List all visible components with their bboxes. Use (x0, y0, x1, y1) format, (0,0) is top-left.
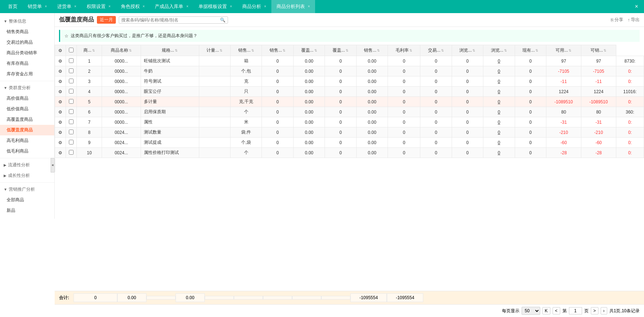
search-input[interactable] (121, 17, 219, 23)
row-browse1-8[interactable]: 0 (483, 138, 515, 148)
sidebar-section-overall[interactable]: ▼ 整体信息 (0, 16, 54, 27)
sidebar-item-high-value[interactable]: 高价值商品 (0, 93, 54, 104)
row-browse1-6[interactable]: 0 (483, 117, 515, 127)
sidebar-item-sales-goods[interactable]: 销售类商品 (0, 27, 54, 37)
row-sales3-3: 0 (388, 87, 420, 97)
export-button[interactable]: ↑ 导出 (628, 17, 640, 23)
row-browse1-7[interactable]: 0 (483, 127, 515, 138)
row-browse1-9[interactable]: 0 (483, 148, 515, 158)
col-checkbox[interactable] (66, 45, 77, 56)
row-checkbox-8[interactable] (66, 138, 77, 148)
col-spec[interactable]: 规格...⇅ (141, 45, 199, 56)
sidebar-item-traded-goods[interactable]: 交易过的商品 (0, 37, 54, 48)
nav-template[interactable]: 单据模板设置 × (193, 0, 237, 13)
col-sales3[interactable]: 销售...⇅ (356, 45, 388, 56)
nav-permission[interactable]: 权限设置 × (82, 0, 116, 13)
col-code[interactable]: 商...⇅ (77, 45, 102, 56)
last-page-button[interactable]: › (601, 307, 607, 314)
sidebar-section-cluster[interactable]: ▼ 类群度分析 (0, 83, 54, 93)
row-checkbox-6[interactable] (66, 117, 77, 127)
nav-role[interactable]: 角色授权 × (116, 0, 150, 13)
col-name[interactable]: 商品名称⇅ (102, 45, 141, 56)
col-cover2[interactable]: 覆盖...⇅ (325, 45, 356, 56)
sidebar-item-in-stock[interactable]: 有库存商品 (0, 58, 54, 69)
row-name-0: 旺铺批次测试 (141, 56, 199, 66)
sidebar-section-marketing[interactable]: ▼ 营销推广分析 (0, 184, 54, 195)
col-unit[interactable]: 计量...⇅ (199, 45, 230, 56)
row-browse1-0[interactable]: 0 (483, 56, 515, 66)
first-page-button[interactable]: K (542, 307, 550, 314)
sidebar-item-new-goods[interactable]: 新品 (0, 205, 54, 216)
col-cover1[interactable]: 覆盖...⇅ (293, 45, 325, 56)
row-stock3-9: 0: (616, 148, 644, 158)
row-checkbox-7[interactable] (66, 127, 77, 138)
col-sales2[interactable]: 销售...⇅ (262, 45, 293, 56)
row-checkbox-5[interactable] (66, 107, 77, 117)
nav-purchase[interactable]: 进货单 × (52, 0, 82, 13)
row-checkbox-0[interactable] (66, 56, 77, 66)
nav-finished-close[interactable]: × (186, 0, 188, 13)
row-sales3-4: 0 (388, 97, 420, 107)
row-spec-7 (199, 127, 230, 138)
nav-role-close[interactable]: × (143, 0, 145, 13)
col-browse2[interactable]: 浏览...⇅ (483, 45, 515, 56)
sidebar-item-low-value[interactable]: 低价值商品 (0, 104, 54, 114)
sidebar-item-high-coverage[interactable]: 高覆盖度商品 (0, 114, 54, 125)
nav-sales[interactable]: 销货单 × (23, 0, 52, 13)
row-checkbox-1[interactable] (66, 66, 77, 76)
col-sales1[interactable]: 销售...⇅ (231, 45, 262, 56)
nav-permission-close[interactable]: × (109, 0, 111, 13)
row-checkbox-4[interactable] (66, 97, 77, 107)
sidebar-item-capital[interactable]: 库存资金占用 (0, 69, 54, 79)
col-gross[interactable]: 毛利率⇅ (388, 45, 420, 56)
row-browse1-1[interactable]: 0 (483, 66, 515, 76)
page-size-select[interactable]: 50 100 200 (522, 307, 540, 315)
sidebar-item-high-margin[interactable]: 高毛利商品 (0, 135, 54, 146)
sidebar-item-low-margin[interactable]: 低毛利商品 (0, 146, 54, 156)
row-browse2-1: 0 (515, 66, 546, 76)
next-page-button[interactable]: > (591, 307, 598, 314)
nav-product-analysis-list-close[interactable]: × (308, 0, 310, 13)
nav-sales-close[interactable]: × (45, 0, 47, 13)
row-browse1-3[interactable]: 0 (483, 87, 515, 97)
select-all-checkbox[interactable] (69, 48, 74, 52)
row-browse1-5[interactable]: 0 (483, 107, 515, 117)
row-checkbox-9[interactable] (66, 148, 77, 158)
nav-product-analysis-close[interactable]: × (264, 0, 266, 13)
row-checkbox-2[interactable] (66, 76, 77, 87)
window-close-button[interactable]: × (632, 3, 641, 10)
nav-product-analysis-list[interactable]: 商品分析列表 × (271, 0, 315, 13)
row-no-5: 6 (77, 107, 102, 117)
nav-home[interactable]: 首页 (3, 0, 23, 13)
date-filter-button[interactable]: 近一月 (97, 16, 116, 24)
page-number-input[interactable] (569, 307, 582, 314)
col-browse1[interactable]: 浏览...⇅ (452, 45, 483, 56)
row-browse1-4[interactable]: 0 (483, 97, 515, 107)
table-footer: 合计: 0 0.00 0.00 -1095554 -1095554 (55, 291, 644, 304)
nav-template-close[interactable]: × (230, 0, 232, 13)
prev-page-button[interactable]: < (553, 307, 560, 314)
share-button[interactable]: ⎘ 分享 (611, 17, 623, 23)
col-trade[interactable]: 交易...⇅ (420, 45, 452, 56)
col-stock3[interactable]: 可销...⇅ (581, 45, 616, 56)
footer-cell-stock2: -1095554 (387, 293, 423, 302)
sidebar-collapse-button[interactable]: « (51, 158, 55, 173)
row-gross-4: 0 (420, 97, 452, 107)
row-checkbox-3[interactable] (66, 87, 77, 97)
sidebar-item-category-rate[interactable]: 商品分类动销率 (0, 48, 54, 58)
row-sales2-5: 0.00 (293, 107, 325, 117)
nav-product-analysis[interactable]: 商品分析 × (237, 0, 271, 13)
row-browse1-2[interactable]: 0 (483, 76, 515, 87)
sidebar-item-low-coverage[interactable]: 低覆盖度商品 (0, 125, 54, 135)
col-gear[interactable]: ⚙ (55, 45, 66, 56)
nav-purchase-close[interactable]: × (74, 0, 76, 13)
sidebar-section-flow[interactable]: ▶ 流通性分析 (0, 160, 54, 170)
sidebar-item-all-goods[interactable]: 全部商品 (0, 195, 54, 205)
nav-finished-goods[interactable]: 产成品入库单 × (150, 0, 193, 13)
sidebar-section-growth[interactable]: ▶ 成长性分析 (0, 170, 54, 181)
footer-cell-empty1 (205, 296, 234, 300)
col-stock2[interactable]: 可用...⇅ (546, 45, 581, 56)
row-stock1-0: 97 (546, 56, 581, 66)
row-sales1-4: 0 (262, 97, 293, 107)
col-stock1[interactable]: 现有...⇅ (515, 45, 546, 56)
